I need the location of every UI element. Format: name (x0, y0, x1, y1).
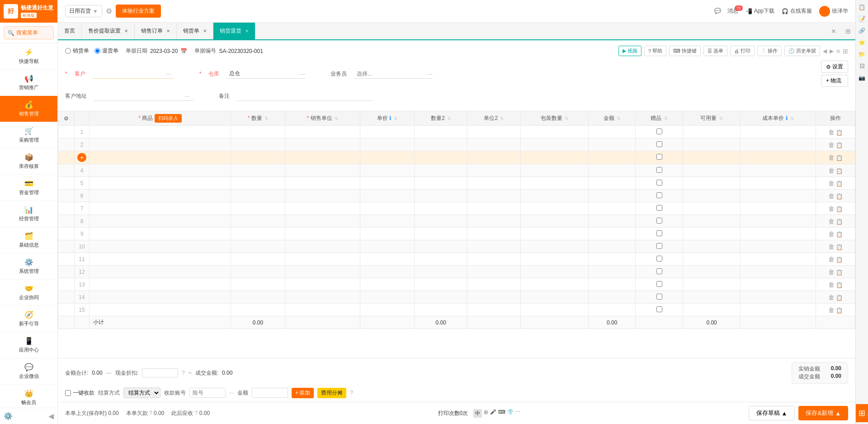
payment-amount-input[interactable] (252, 388, 288, 398)
row-price-14[interactable] (360, 291, 414, 304)
product-input-3[interactable] (92, 154, 228, 161)
row-gift-2[interactable] (636, 138, 683, 151)
row-pkg-14[interactable] (520, 291, 589, 304)
copy-row-13-btn[interactable]: 📋 (836, 282, 843, 288)
delete-row-10-btn[interactable]: 🗑 (828, 243, 835, 250)
product-input-13[interactable] (92, 281, 228, 288)
salesperson-select-icon[interactable]: ··· (427, 70, 433, 77)
row-qty-4[interactable] (231, 164, 285, 177)
row-gift-8[interactable] (636, 215, 683, 228)
tab-sales-order[interactable]: 销售订单 ✕ (135, 23, 177, 39)
row-cost-15[interactable] (741, 304, 816, 316)
calendar-icon[interactable]: 📅 (180, 48, 187, 54)
close-sales-icon[interactable]: ✕ (203, 29, 207, 33)
row-gift-13[interactable] (636, 278, 683, 291)
settlement-select[interactable]: 结算方式 (123, 387, 160, 398)
sidebar-item-guide[interactable]: 🧭 新手引导 (0, 306, 57, 332)
row-product-1[interactable] (90, 126, 231, 138)
row-available-10[interactable] (683, 240, 740, 253)
sidebar-item-enterprise[interactable]: 🤝 企业协同 (0, 280, 57, 306)
discount-input[interactable] (142, 368, 178, 377)
row-qty-9[interactable] (231, 228, 285, 240)
right-icon-6[interactable]: 🖼 (857, 61, 868, 71)
row-pkg-2[interactable] (520, 138, 589, 151)
note-input[interactable] (237, 91, 373, 101)
row-unit2-8[interactable] (467, 215, 520, 228)
row-amount-5[interactable] (589, 177, 636, 190)
row-amount-15[interactable] (589, 304, 636, 316)
save-draft-btn[interactable]: 保存草稿 ▲ (749, 406, 795, 420)
row-unit2-9[interactable] (467, 228, 520, 240)
sidebar-item-basic[interactable]: 🗂️ 基础信息 (0, 227, 57, 253)
shortcut-btn[interactable]: ⌨ 快捷键 (669, 46, 701, 56)
ime-icon6[interactable]: ⋯ (515, 409, 520, 418)
add-row-btn[interactable]: + (77, 153, 86, 162)
row-qty2-12[interactable] (415, 266, 467, 278)
row-gift-3[interactable] (636, 151, 683, 164)
row-pkg-5[interactable] (520, 177, 589, 190)
split-help-icon[interactable]: ? (350, 390, 353, 396)
search-menu-btn[interactable]: 🔍 搜索菜单 (4, 26, 54, 39)
copy-row-8-btn[interactable]: 📋 (836, 219, 843, 225)
row-available-15[interactable] (683, 304, 740, 316)
pkg-sort-icon[interactable]: ⇅ (565, 116, 568, 121)
copy-row-11-btn[interactable]: 📋 (836, 257, 843, 263)
row-price-5[interactable] (360, 177, 414, 190)
row-qty-13[interactable] (231, 278, 285, 291)
row-unit2-13[interactable] (467, 278, 520, 291)
unit-sort-icon[interactable]: ⇅ (335, 116, 338, 121)
delete-row-11-btn[interactable]: 🗑 (828, 256, 835, 263)
gear-header-icon[interactable]: ⚙ (64, 115, 69, 122)
product-input-11[interactable] (92, 256, 228, 262)
row-qty-5[interactable] (231, 177, 285, 190)
row-unit-3[interactable] (285, 151, 360, 164)
row-qty2-14[interactable] (415, 291, 467, 304)
delete-row-12-btn[interactable]: 🗑 (828, 268, 835, 276)
row-price-13[interactable] (360, 278, 414, 291)
row-unit-4[interactable] (285, 164, 360, 177)
row-available-13[interactable] (683, 278, 740, 291)
ops-btn[interactable]: ⋮ 操作 (757, 46, 782, 56)
row-unit2-5[interactable] (467, 177, 520, 190)
delete-row-2-btn[interactable]: 🗑 (828, 141, 835, 148)
customer-input[interactable] (93, 69, 166, 78)
radio-invoice[interactable]: 销货单 (65, 47, 89, 55)
grid-view-icon[interactable]: ⊞ (843, 48, 848, 55)
gift-checkbox-8[interactable] (656, 218, 662, 224)
row-qty-14[interactable] (231, 291, 285, 304)
radio-return-input[interactable] (94, 48, 100, 54)
row-cost-4[interactable] (741, 164, 816, 177)
row-cost-6[interactable] (741, 190, 816, 202)
row-product-2[interactable] (90, 138, 231, 151)
copy-row-9-btn[interactable]: 📋 (836, 231, 843, 238)
row-cost-1[interactable] (741, 126, 816, 138)
row-available-6[interactable] (683, 190, 740, 202)
gift-checkbox-5[interactable] (656, 180, 662, 186)
right-icon-2[interactable]: 📝 (857, 14, 868, 24)
gift-checkbox-2[interactable] (656, 141, 662, 147)
row-gift-5[interactable] (636, 177, 683, 190)
row-qty-15[interactable] (231, 304, 285, 316)
row-amount-6[interactable] (589, 190, 636, 202)
row-product-8[interactable] (90, 215, 231, 228)
prev-doc-icon[interactable]: ◀ (823, 48, 827, 54)
row-available-12[interactable] (683, 266, 740, 278)
sidebar-item-purchase[interactable]: 🛒 采购管理 (0, 122, 57, 148)
ime-icon2[interactable]: ◎ (484, 409, 488, 418)
sidebar-item-marketing[interactable]: 📢 营销推广 (0, 70, 57, 96)
delete-row-15-btn[interactable]: 🗑 (828, 306, 835, 314)
save-new-btn[interactable]: 保存&新增 ▲ (798, 406, 848, 420)
delete-row-5-btn[interactable]: 🗑 (828, 180, 835, 187)
row-qty2-5[interactable] (415, 177, 467, 190)
row-unit2-10[interactable] (467, 240, 520, 253)
row-cost-9[interactable] (741, 228, 816, 240)
settings-bottom-icon[interactable]: ⚙️ (4, 412, 13, 420)
settings-action-btn[interactable]: ⚙ 设置 (821, 61, 848, 73)
add-payment-btn[interactable]: + 添加 (292, 388, 314, 398)
row-qty2-6[interactable] (415, 190, 467, 202)
row-price-15[interactable] (360, 304, 414, 316)
copy-row-12-btn[interactable]: 📋 (836, 269, 843, 276)
row-amount-13[interactable] (589, 278, 636, 291)
gift-checkbox-12[interactable] (656, 268, 662, 274)
delete-row-4-btn[interactable]: 🗑 (828, 167, 835, 174)
